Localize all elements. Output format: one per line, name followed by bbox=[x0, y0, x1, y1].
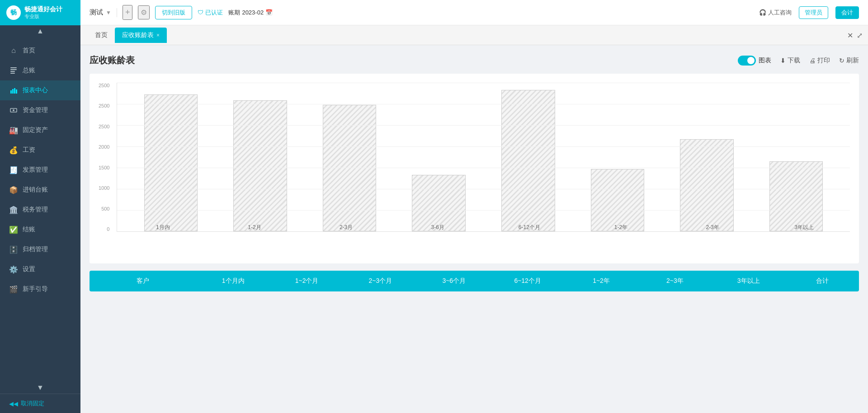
bar-6 bbox=[680, 139, 734, 231]
logo-text: 畅捷通好会计 专业版 bbox=[24, 5, 62, 20]
sidebar-item-settings[interactable]: ⚙️ 设置 bbox=[0, 259, 80, 279]
print-icon: 🖨 bbox=[809, 57, 816, 64]
headset-icon: 🎧 bbox=[759, 9, 766, 16]
workspace-arrow-icon: ▼ bbox=[106, 9, 111, 16]
sidebar-item-ledger[interactable]: 总账 bbox=[0, 61, 80, 80]
manager-btn[interactable]: 管理员 bbox=[799, 6, 828, 19]
nav-label-archive: 归档管理 bbox=[23, 245, 48, 253]
svg-rect-4 bbox=[10, 90, 12, 94]
svg-rect-5 bbox=[12, 89, 14, 94]
tax-icon: 🏛️ bbox=[9, 205, 18, 214]
download-btn[interactable]: ⬇ 下载 bbox=[780, 56, 800, 65]
settings-icon: ⚙️ bbox=[9, 265, 18, 274]
calendar-icon: 📅 bbox=[265, 9, 273, 16]
expand-tab-btn[interactable]: ⤢ bbox=[857, 31, 863, 39]
y-label-5: 1000 bbox=[99, 185, 112, 191]
cancel-fixed-btn[interactable]: ◀◀ 取消固定 bbox=[0, 394, 80, 413]
bar-0 bbox=[144, 94, 198, 231]
service-btn[interactable]: 🎧 人工咨询 bbox=[759, 9, 792, 17]
topbar-right: 🎧 人工咨询 管理员 会计 bbox=[759, 6, 859, 19]
col-header-1-2m: 1~2个月 bbox=[270, 271, 344, 291]
sidebar-item-assets[interactable]: 🏭 固定资产 bbox=[0, 120, 80, 140]
main-area: 测试 ▼ + ⚙ 切到旧版 🛡 已认证 账期 2023-02 📅 🎧 人工咨询 … bbox=[80, 0, 868, 413]
grid-line-3 bbox=[117, 146, 850, 147]
svg-rect-1 bbox=[10, 69, 17, 70]
cancel-fixed-label: 取消固定 bbox=[21, 399, 44, 408]
chart-y-axis: 2500 2500 2500 2000 1500 1000 500 0 bbox=[99, 83, 112, 232]
topbar: 测试 ▼ + ⚙ 切到旧版 🛡 已认证 账期 2023-02 📅 🎧 人工咨询 … bbox=[80, 0, 868, 25]
tab-ar-aging-label: 应收账龄表 bbox=[122, 31, 154, 39]
nav-label-payroll: 工资 bbox=[23, 146, 35, 154]
sidebar-item-funds[interactable]: 资金管理 bbox=[0, 100, 80, 120]
guide-icon: 🎬 bbox=[9, 285, 18, 294]
bar-group-0 bbox=[126, 83, 216, 231]
tab-close-btn[interactable]: × bbox=[156, 32, 160, 38]
scroll-up-btn[interactable]: ▲ bbox=[37, 27, 44, 35]
toggle-switch[interactable] bbox=[738, 56, 756, 66]
col-header-2-3m: 2~3个月 bbox=[344, 271, 417, 291]
close-tab-btn[interactable]: ✕ bbox=[847, 31, 853, 39]
chart-x-labels: 1月内 1-2月 2-3月 3-6月 6-12个月 1-2年 2-3年 3年以上 bbox=[117, 221, 850, 231]
col-header-2-3y: 2~3年 bbox=[638, 271, 712, 291]
x-label-3: 3-6月 bbox=[392, 221, 484, 231]
grid-line-0 bbox=[117, 83, 850, 83]
sidebar-item-closing[interactable]: ✅ 结账 bbox=[0, 220, 80, 239]
x-label-4: 6-12个月 bbox=[484, 221, 576, 231]
sidebar-item-invoice[interactable]: 🧾 发票管理 bbox=[0, 160, 80, 180]
tab-home-label: 首页 bbox=[95, 31, 108, 39]
x-label-2: 2-3月 bbox=[300, 221, 392, 231]
accountant-btn[interactable]: 会计 bbox=[835, 6, 859, 19]
nav-label-funds: 资金管理 bbox=[23, 106, 48, 114]
svg-rect-7 bbox=[16, 89, 17, 94]
refresh-btn[interactable]: ↻ 刷新 bbox=[839, 56, 859, 65]
bar-group-2 bbox=[305, 83, 394, 231]
payroll-icon: 💰 bbox=[9, 145, 18, 155]
trade-icon: 📦 bbox=[9, 185, 18, 194]
tab-ar-aging[interactable]: 应收账龄表 × bbox=[115, 28, 167, 43]
chart-container: 2500 2500 2500 2000 1500 1000 500 0 bbox=[90, 74, 859, 263]
logo-icon: 畅 bbox=[6, 5, 21, 20]
workspace-selector[interactable]: 测试 ▼ bbox=[90, 8, 111, 17]
nav-label-settings: 设置 bbox=[23, 265, 35, 273]
chart-toggle[interactable]: 图表 bbox=[738, 56, 771, 66]
sidebar-item-trade[interactable]: 📦 进销台账 bbox=[0, 180, 80, 200]
sidebar-item-archive[interactable]: 🗄️ 归档管理 bbox=[0, 239, 80, 259]
closing-icon: ✅ bbox=[9, 225, 18, 234]
sidebar-scroll-down[interactable]: ▼ bbox=[0, 382, 80, 394]
add-workspace-btn[interactable]: + bbox=[123, 5, 133, 20]
sidebar-scroll-up[interactable]: ▲ bbox=[0, 25, 80, 37]
y-label-6: 500 bbox=[101, 206, 112, 211]
scroll-down-btn[interactable]: ▼ bbox=[37, 384, 44, 392]
sidebar-item-home[interactable]: ⌂ 首页 bbox=[0, 41, 80, 61]
bar-group-3 bbox=[394, 83, 484, 231]
grid-line-5 bbox=[117, 189, 850, 189]
settings-btn[interactable]: ⚙ bbox=[138, 5, 150, 19]
bar-group-7 bbox=[751, 83, 841, 231]
report-actions: 图表 ⬇ 下载 🖨 打印 ↻ 刷新 bbox=[738, 56, 859, 66]
svg-rect-6 bbox=[14, 88, 15, 94]
tabbar: 首页 应收账龄表 × ✕ ⤢ bbox=[80, 25, 868, 45]
sidebar-item-tax[interactable]: 🏛️ 税务管理 bbox=[0, 200, 80, 220]
sidebar-item-payroll[interactable]: 💰 工资 bbox=[0, 140, 80, 160]
certified-badge: 🛡 已认证 bbox=[198, 9, 223, 17]
sidebar-nav: ⌂ 首页 总账 报表中心 资金管理 bbox=[0, 37, 80, 303]
x-label-1: 1-2月 bbox=[209, 221, 301, 231]
ledger-icon bbox=[9, 66, 18, 75]
report-header: 应收账龄表 图表 ⬇ 下载 🖨 打印 ↻ 刷新 bbox=[90, 54, 859, 66]
print-label: 打印 bbox=[817, 56, 830, 65]
tab-home[interactable]: 首页 bbox=[88, 28, 115, 43]
sidebar-item-guide[interactable]: 🎬 新手引导 bbox=[0, 279, 80, 299]
grid-line-6 bbox=[117, 210, 850, 211]
toggle-label: 图表 bbox=[759, 56, 771, 65]
certified-text: 已认证 bbox=[205, 9, 223, 17]
period-display: 账期 2023-02 📅 bbox=[228, 9, 273, 17]
pin-icon: ◀◀ bbox=[9, 400, 18, 407]
switch-version-btn[interactable]: 切到旧版 bbox=[155, 6, 192, 19]
sidebar: 畅 畅捷通好会计 专业版 ▲ ⌂ 首页 总账 bbox=[0, 0, 80, 413]
grid-line-2 bbox=[117, 125, 850, 126]
period-label: 账期 bbox=[228, 9, 240, 17]
bar-group-4 bbox=[484, 83, 573, 231]
sidebar-item-reports[interactable]: 报表中心 bbox=[0, 80, 80, 100]
nav-label-guide: 新手引导 bbox=[23, 285, 48, 293]
print-btn[interactable]: 🖨 打印 bbox=[809, 56, 830, 65]
